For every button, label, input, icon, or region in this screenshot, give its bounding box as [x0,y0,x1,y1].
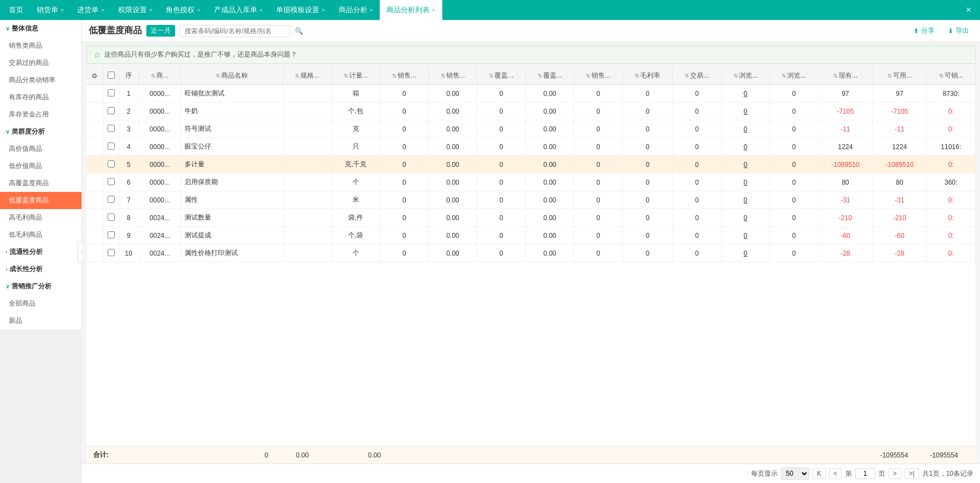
sidebar-item-sales-goods[interactable]: 销售类商品 [0,37,81,54]
next-page-button[interactable]: > [889,468,901,479]
row-checkbox[interactable] [108,231,115,238]
sales-amt-column-header[interactable]: 销售... [428,67,477,85]
sidebar-item-stocked-goods[interactable]: 有库存的商品 [0,89,81,106]
last-page-button[interactable]: >| [905,468,919,479]
gross-column-header[interactable]: 毛利率 [622,67,673,85]
sidebar-item-low-value[interactable]: 低价值商品 [0,157,81,175]
close-icon[interactable]: × [321,7,325,13]
sidebar-section-class-analysis[interactable]: ∨ 类群度分析 [0,123,81,140]
close-icon[interactable]: × [370,7,373,13]
nav-product-entry[interactable]: 产成品入库单 × [207,0,269,20]
trade-column-header[interactable]: 交易... [673,67,722,85]
nav-sales-order[interactable]: 销货单 × [30,0,70,20]
sidebar-item-high-coverage[interactable]: 高覆盖度商品 [0,175,81,192]
check-cell[interactable] [103,103,119,120]
nav-role-auth[interactable]: 角色授权 × [159,0,207,20]
nav-product-analysis-list[interactable]: 商品分析列表 × [380,0,442,20]
row-checkbox[interactable] [108,125,115,132]
nav-product-analysis[interactable]: 商品分析 × [332,0,380,20]
view1[interactable]: 0 [721,120,770,138]
unit-column-header[interactable]: 计量... [331,67,380,85]
sidebar-item-traded-goods[interactable]: 交易过的商品 [0,54,81,72]
view1[interactable]: 0 [721,156,770,174]
nav-permission[interactable]: 权限设置 × [111,0,159,20]
row-checkbox[interactable] [108,160,115,167]
per-page-select[interactable]: 50 20 100 200 [781,467,809,480]
view1[interactable]: 0 [721,191,770,209]
sidebar-section-flow-analysis[interactable]: › 流通性分析 [0,243,81,261]
view1[interactable]: 0 [721,174,770,191]
name-column-header[interactable]: 商品名称 [181,67,283,85]
product-code: 0024... [139,245,181,262]
view1[interactable]: 0 [721,245,770,262]
sidebar-item-category-turnover[interactable]: 商品分类动销率 [0,72,81,89]
row-checkbox[interactable] [108,213,115,221]
close-icon[interactable]: × [259,7,263,13]
check-cell[interactable] [103,174,119,191]
check-cell[interactable] [103,227,119,245]
product-unit: 米 [331,191,380,209]
row-checkbox[interactable] [108,89,115,96]
check-cell[interactable] [103,209,119,227]
cover1-column-header[interactable]: 覆盖... [477,67,526,85]
sales3-column-header[interactable]: 销售... [574,67,623,85]
close-icon[interactable]: × [60,7,64,13]
view1[interactable]: 0 [721,209,770,227]
check-cell[interactable] [103,138,119,156]
window-close-button[interactable]: × [959,5,978,15]
sidebar-section-marketing-analysis[interactable]: ∨ 营销推广分析 [0,278,81,295]
view1[interactable]: 0 [721,103,770,120]
settings-column-header[interactable]: ⚙ [86,67,103,85]
sidebar-item-high-margin[interactable]: 高毛利商品 [0,209,81,226]
sales-qty-column-header[interactable]: 销售... [380,67,429,85]
sidebar-section-growth-analysis[interactable]: › 成长性分析 [0,261,81,278]
search-input[interactable] [180,25,290,37]
first-page-button[interactable]: K [813,468,826,479]
sidebar-item-new-goods[interactable]: 新品 [0,312,81,329]
close-icon[interactable]: × [101,7,104,13]
check-cell[interactable] [103,120,119,138]
saleable-column-header[interactable]: 可销... [927,67,976,85]
row-checkbox[interactable] [108,249,115,256]
row-checkbox[interactable] [108,143,115,150]
export-button[interactable]: ⬇ 导出 [943,24,973,37]
sidebar-item-all-goods[interactable]: 全部商品 [0,295,81,312]
spec-column-header[interactable]: 规格... [283,67,332,85]
time-filter-button[interactable]: 近一月 [146,25,175,37]
check-cell[interactable] [103,156,119,174]
share-button[interactable]: ⬆ 分享 [909,24,939,37]
view1-column-header[interactable]: 浏览... [721,67,770,85]
product-code: 0000... [139,138,181,156]
sidebar-item-low-coverage[interactable]: 低覆盖度商品 [0,192,81,209]
view2-column-header[interactable]: 浏览... [770,67,819,85]
close-icon[interactable]: × [197,7,200,13]
sidebar-item-low-margin[interactable]: 低毛利商品 [0,226,81,243]
check-all-header[interactable] [103,67,119,85]
sidebar-item-inventory-capital[interactable]: 库存资金占用 [0,106,81,123]
current-column-header[interactable]: 现有... [818,67,872,85]
row-checkbox[interactable] [108,107,115,114]
row-checkbox[interactable] [108,196,115,203]
view1[interactable]: 0 [721,227,770,245]
view1[interactable]: 0 [721,138,770,156]
sidebar-section-overall[interactable]: ∨ 整体信息 [0,20,81,37]
prev-page-button[interactable]: < [829,468,842,479]
search-icon[interactable]: 🔍 [295,27,303,35]
view1[interactable]: 0 [721,85,770,103]
code-column-header[interactable]: 商... [139,67,181,85]
check-cell[interactable] [103,85,119,103]
nav-purchase-order[interactable]: 进货单 × [70,0,111,20]
nav-template-settings[interactable]: 单据模板设置 × [269,0,331,20]
available-column-header[interactable]: 可用... [872,67,927,85]
page-number-input[interactable] [855,468,875,479]
nav-home[interactable]: 首页 [2,0,30,20]
sidebar-item-high-value[interactable]: 高价值商品 [0,140,81,157]
check-cell[interactable] [103,245,119,262]
close-icon[interactable]: × [432,7,435,13]
check-all-checkbox[interactable] [108,72,115,79]
cover2-column-header[interactable]: 覆盖... [525,67,574,85]
close-icon[interactable]: × [149,7,152,13]
row-checkbox[interactable] [108,178,115,185]
check-cell[interactable] [103,191,119,209]
table-container[interactable]: ⚙ 序 商... 商品名称 规格... 计量... 销售... 销售... 覆盖… [86,67,976,446]
